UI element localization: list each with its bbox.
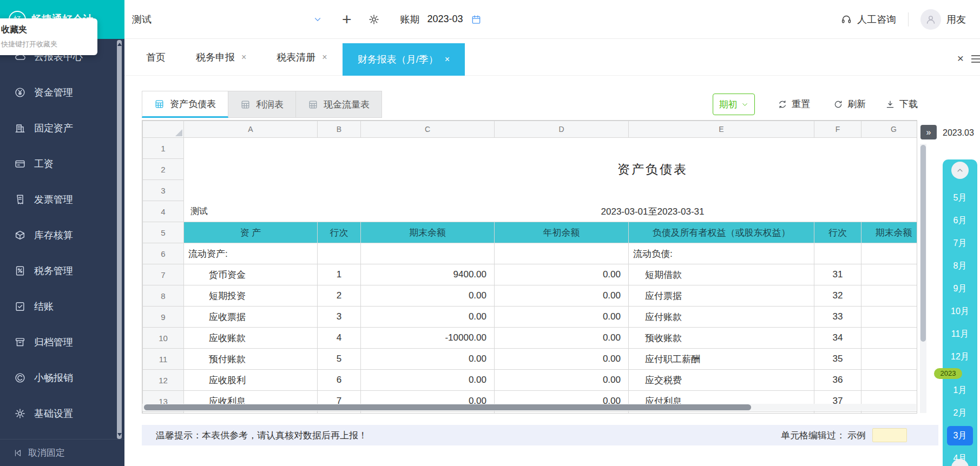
- cell-ending-balance[interactable]: [861, 328, 918, 349]
- cell-liability-name[interactable]: 预收账款: [629, 328, 814, 349]
- report-subtab-2[interactable]: 现金流量表: [296, 91, 382, 118]
- sidebar-item-3[interactable]: 工资: [0, 146, 124, 182]
- cell-line-no[interactable]: 6: [318, 370, 361, 391]
- row-header[interactable]: 1: [143, 138, 184, 159]
- tab-close-icon[interactable]: ×: [445, 55, 450, 64]
- account-set-select[interactable]: 测试: [132, 13, 323, 26]
- cell-beginning-balance[interactable]: 0.00: [495, 328, 629, 349]
- close-all-tabs-icon[interactable]: ×: [957, 52, 964, 65]
- cell-asset-name[interactable]: 货币资金: [184, 264, 318, 285]
- month-7月[interactable]: 7月: [943, 232, 977, 255]
- header-cell[interactable]: 行次: [318, 222, 361, 243]
- sidebar-item-8[interactable]: 归档管理: [0, 324, 124, 360]
- cell-beginning-balance[interactable]: [495, 243, 629, 264]
- cell-asset-name[interactable]: 应收股利: [184, 370, 318, 391]
- month-12月[interactable]: 12月: [943, 345, 977, 368]
- cell-line-no[interactable]: [814, 243, 861, 264]
- sidebar-item-1[interactable]: 资金管理: [0, 75, 124, 110]
- month-10月[interactable]: 10月: [943, 300, 977, 323]
- row-header[interactable]: 6: [143, 243, 184, 264]
- column-header-D[interactable]: D: [495, 121, 629, 138]
- cell[interactable]: 资产负债表: [184, 159, 918, 180]
- cell-beginning-balance[interactable]: 0.00: [495, 307, 629, 328]
- cell-line-no[interactable]: 31: [814, 264, 861, 285]
- column-header-G[interactable]: G: [861, 121, 918, 138]
- month-9月[interactable]: 9月: [943, 277, 977, 300]
- cell-ending-balance[interactable]: 0.00: [361, 349, 495, 370]
- vertical-scrollbar-thumb[interactable]: [920, 145, 926, 342]
- cell-liability-name[interactable]: 流动负债:: [629, 243, 814, 264]
- sidebar-item-4[interactable]: 发票管理: [0, 182, 124, 217]
- column-header-A[interactable]: A: [184, 121, 318, 138]
- months-scroll-up-button[interactable]: [951, 162, 969, 179]
- tab-close-icon[interactable]: ×: [322, 52, 327, 62]
- cell-line-no[interactable]: 3: [318, 307, 361, 328]
- sidebar-item-10[interactable]: 基础设置: [0, 396, 124, 431]
- cell[interactable]: [361, 412, 495, 414]
- cell[interactable]: [184, 180, 918, 201]
- download-button[interactable]: 下载: [885, 98, 918, 110]
- cell-line-no[interactable]: 34: [814, 328, 861, 349]
- cell-liability-name[interactable]: 应付票据: [629, 285, 814, 307]
- cell-line-no[interactable]: 1: [318, 264, 361, 285]
- vertical-scrollbar[interactable]: [920, 144, 926, 413]
- cell-ending-balance[interactable]: [861, 243, 918, 264]
- cell[interactable]: [318, 412, 361, 414]
- cell-asset-name[interactable]: 预付账款: [184, 349, 318, 370]
- gear-icon[interactable]: [368, 14, 380, 25]
- scroll-up-icon[interactable]: [117, 43, 122, 46]
- cell-beginning-balance[interactable]: 0.00: [495, 285, 629, 307]
- month-2月[interactable]: 2月: [943, 402, 977, 424]
- tab-close-icon[interactable]: ×: [241, 52, 246, 62]
- cell-ending-balance[interactable]: [861, 285, 918, 307]
- cell-ending-balance[interactable]: 0.00: [361, 285, 495, 307]
- add-account-button[interactable]: +: [342, 11, 352, 28]
- cell-beginning-balance[interactable]: 0.00: [495, 264, 629, 285]
- cell-ending-balance[interactable]: [861, 307, 918, 328]
- row-header[interactable]: 4: [143, 201, 184, 222]
- report-subtab-1[interactable]: 利润表: [228, 91, 296, 118]
- cell-ending-balance[interactable]: [861, 264, 918, 285]
- sidebar-item-11[interactable]: 新手引导: [0, 431, 124, 439]
- row-header[interactable]: 2: [143, 159, 184, 180]
- header-cell[interactable]: 期末余额: [861, 222, 918, 243]
- header-cell[interactable]: 年初余额: [495, 222, 629, 243]
- cell-ending-balance[interactable]: 9400.00: [361, 264, 495, 285]
- collapse-panel-button[interactable]: »: [920, 125, 937, 139]
- cell-line-no[interactable]: [318, 243, 361, 264]
- horizontal-scrollbar[interactable]: [142, 404, 916, 411]
- cell-line-no[interactable]: 32: [814, 285, 861, 307]
- unpin-sidebar-button[interactable]: 取消固定: [0, 439, 124, 466]
- cell[interactable]: [495, 412, 629, 414]
- cell-ending-balance[interactable]: 0.00: [361, 370, 495, 391]
- user-name[interactable]: 用友: [946, 13, 966, 26]
- cell-liability-name[interactable]: 应交税费: [629, 370, 814, 391]
- row-header[interactable]: 5: [143, 222, 184, 243]
- cell-ending-balance[interactable]: [361, 243, 495, 264]
- cell[interactable]: [814, 412, 861, 414]
- cell[interactable]: [861, 412, 918, 414]
- row-header[interactable]: 7: [143, 264, 184, 285]
- cell[interactable]: [629, 412, 814, 414]
- scroll-down-icon[interactable]: [117, 433, 122, 436]
- cell[interactable]: 测试 2023-03-01至2023-03-31: [184, 201, 918, 222]
- header-cell[interactable]: 期末余额: [361, 222, 495, 243]
- cell-ending-balance[interactable]: [861, 370, 918, 391]
- cell-ending-balance[interactable]: [861, 349, 918, 370]
- cell-line-no[interactable]: 33: [814, 307, 861, 328]
- cell-line-no[interactable]: 5: [318, 349, 361, 370]
- cell-ending-balance[interactable]: -10000.00: [361, 328, 495, 349]
- sidebar-item-2[interactable]: 固定资产: [0, 110, 124, 146]
- tab-0[interactable]: 首页: [131, 39, 181, 76]
- support-button[interactable]: 人工咨询: [840, 13, 896, 26]
- row-header[interactable]: 8: [143, 285, 184, 307]
- opening-period-button[interactable]: 期初: [713, 94, 755, 115]
- row-header[interactable]: 3: [143, 180, 184, 201]
- cell-liability-name[interactable]: 短期借款: [629, 264, 814, 285]
- header-cell[interactable]: 行次: [814, 222, 861, 243]
- cell-asset-name[interactable]: 短期投资: [184, 285, 318, 307]
- tab-3[interactable]: 财务报表（月/季） ×: [343, 43, 465, 76]
- cell-liability-name[interactable]: 应付职工薪酬: [629, 349, 814, 370]
- cell-asset-name[interactable]: 应收账款: [184, 328, 318, 349]
- cell[interactable]: [184, 138, 918, 159]
